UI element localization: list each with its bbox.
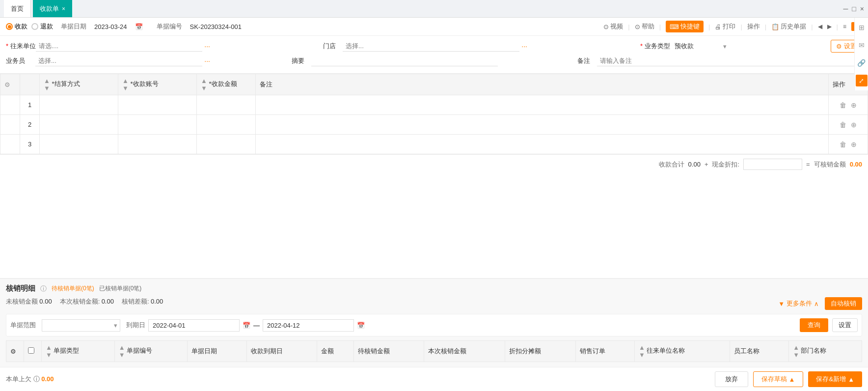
more-conditions-btn[interactable]: ▼ 更多条件 ∧ <box>778 299 819 308</box>
th-remark: 备注 <box>256 74 829 95</box>
nav-next[interactable]: ▶ <box>827 23 832 30</box>
row3-copy-icon[interactable]: ⊕ <box>851 140 857 148</box>
date-start-input[interactable] <box>148 319 240 332</box>
store-input[interactable] <box>343 41 519 52</box>
list-view-btn[interactable]: ≡ <box>843 23 846 30</box>
row1-num: 1 <box>20 95 40 115</box>
th-num <box>20 74 40 95</box>
radio-receive[interactable]: 收款 <box>6 22 27 31</box>
discount-input[interactable] <box>743 159 802 170</box>
th-check: ⚙ <box>6 341 24 362</box>
sort-amount[interactable]: ▲▼ <box>201 80 209 87</box>
done-tab[interactable]: 已核销单据(0笔) <box>99 284 142 293</box>
th-doc-num: ▲▼ 单据编号 <box>114 341 188 362</box>
sort-settlement[interactable]: ▲▼ <box>44 80 52 87</box>
close-btn[interactable]: × <box>860 5 864 13</box>
sidebar-expand-icon[interactable]: ⤢ <box>856 75 868 86</box>
table-row: 1 🗑 ⊕ <box>0 95 868 115</box>
row2-copy-icon[interactable]: ⊕ <box>851 121 857 129</box>
filter-settings-btn[interactable]: 设置 <box>832 318 858 332</box>
tab-home[interactable]: 首页 <box>4 0 31 17</box>
main-content: 收款 退款 单据日期 2023-03-24 📅 单据编号 SK-20230324… <box>0 18 868 391</box>
query-btn[interactable]: 查询 <box>800 318 828 332</box>
sidebar-link-icon[interactable]: 🔗 <box>855 57 868 69</box>
doc-range-select[interactable] <box>42 319 120 332</box>
row3-delete-icon[interactable]: 🗑 <box>840 140 846 148</box>
verify-info-icon[interactable]: ⓘ <box>40 284 47 293</box>
right-sidebar: ⊞ ✉ 🔗 ⤢ <box>854 18 868 90</box>
print-icon: 🖨 <box>715 23 721 30</box>
radio-refund-label: 退款 <box>40 22 53 31</box>
sidebar-mail-icon[interactable]: ✉ <box>857 39 867 51</box>
store-field: 门店 ··· <box>323 41 529 52</box>
table-gear-icon[interactable]: ⚙ <box>4 81 10 88</box>
save-dropdown-arrow[interactable]: ▲ <box>848 376 854 383</box>
th-settlement: ▲▼ *结算方式 <box>40 74 118 95</box>
nav-prev[interactable]: ◀ <box>818 23 822 30</box>
video-btn[interactable]: ⊙ 视频 <box>603 22 623 31</box>
tab-home-label: 首页 <box>11 4 24 13</box>
filter-icon: ▼ <box>778 300 785 307</box>
note-input[interactable] <box>597 56 862 66</box>
abandon-btn[interactable]: 放弃 <box>715 371 748 387</box>
table-row: 3 🗑 ⊕ <box>0 135 868 154</box>
party-input[interactable] <box>36 41 203 52</box>
sidebar-table-icon[interactable]: ⊞ <box>857 22 867 33</box>
store-label: 门店 <box>323 42 343 51</box>
staff-field: 业务员 ··· <box>6 56 212 66</box>
ops-btn[interactable]: 操作 <box>747 22 760 31</box>
history-icon: 📋 <box>771 23 779 30</box>
cal-end-icon[interactable]: 📅 <box>357 322 365 329</box>
calendar-icon[interactable]: 📅 <box>135 23 143 30</box>
verify-title: 核销明细 <box>6 284 35 293</box>
doc-number-value: SK-20230324-001 <box>190 23 242 30</box>
staff-input[interactable] <box>35 56 202 66</box>
verify-stats: 未核销金额 0.00 本次核销金额: 0.00 核销差额: 0.00 <box>6 297 163 306</box>
current-stat: 本次核销金额: 0.00 <box>60 297 114 306</box>
biz-type-field: 业务类型 预收款 ▾ <box>640 42 827 51</box>
doc-number-label: 单据编号 <box>157 22 182 31</box>
th-staff: 员工名称 <box>730 341 788 362</box>
date-value: 2023-03-24 <box>94 23 127 30</box>
draft-dropdown-arrow[interactable]: ▲ <box>789 376 795 383</box>
help-icon: ⊙ <box>635 23 640 30</box>
verification-section: 核销明细 ⓘ 待核销单据(0笔) 已核销单据(0笔) 未核销金额 0.00 本次… <box>0 278 868 367</box>
abstract-input[interactable] <box>311 56 498 66</box>
date-label: 单据日期 <box>61 22 86 31</box>
store-more-btn[interactable]: ··· <box>519 42 529 50</box>
verify-stats-row: 未核销金额 0.00 本次核销金额: 0.00 核销差额: 0.00 ▼ 更多条… <box>6 297 862 310</box>
staff-more-btn[interactable]: ··· <box>202 57 212 65</box>
select-all-checkbox[interactable] <box>28 347 34 354</box>
date-end-input[interactable] <box>263 319 354 332</box>
minimize-btn[interactable]: ─ <box>843 5 848 13</box>
form-row-2: 业务员 ··· 摘要 备注 <box>6 56 862 66</box>
row1-delete-icon[interactable]: 🗑 <box>840 101 846 109</box>
sort-account[interactable]: ▲▼ <box>122 80 131 87</box>
auto-verify-btn[interactable]: 自动核销 <box>825 297 862 310</box>
shortcut-btn[interactable]: ⌨ 快捷键 <box>666 21 704 32</box>
help-btn[interactable]: ⊙ 帮助 <box>635 22 654 31</box>
radio-refund[interactable]: 退款 <box>31 22 53 31</box>
bottom-right-actions: 放弃 保存草稿 ▲ 保存&新增 ▲ <box>715 371 862 387</box>
save-new-btn[interactable]: 保存&新增 ▲ <box>808 371 862 387</box>
settings-gear-icon: ⚙ <box>836 43 842 50</box>
maximize-btn[interactable]: □ <box>852 5 856 13</box>
info-icon[interactable]: ⓘ <box>33 375 40 383</box>
radio-refund-dot <box>31 23 38 30</box>
bottom-value: 0.00 <box>41 375 54 383</box>
row1-copy-icon[interactable]: ⊕ <box>851 101 857 109</box>
print-btn[interactable]: 🖨 打印 <box>715 22 735 31</box>
biz-type-dropdown-icon[interactable]: ▾ <box>723 43 727 50</box>
row2-delete-icon[interactable]: 🗑 <box>840 121 846 129</box>
tab-bar: 首页 收款单 × ─ □ × <box>0 0 868 18</box>
cal-start-icon[interactable]: 📅 <box>243 322 250 329</box>
tab-receipt-label: 收款单 <box>40 4 59 13</box>
draft-btn[interactable]: 保存草稿 ▲ <box>753 371 804 387</box>
table-gear-icon2[interactable]: ⚙ <box>10 348 16 355</box>
party-more-btn[interactable]: ··· <box>202 42 212 50</box>
table-row: 2 🗑 ⊕ <box>0 115 868 135</box>
history-btn[interactable]: 📋 历史单据 <box>771 22 806 31</box>
pending-tab[interactable]: 待核销单据(0笔) <box>52 284 94 293</box>
tab-close-btn[interactable]: × <box>62 5 65 12</box>
tab-receipt[interactable]: 收款单 × <box>33 0 72 17</box>
